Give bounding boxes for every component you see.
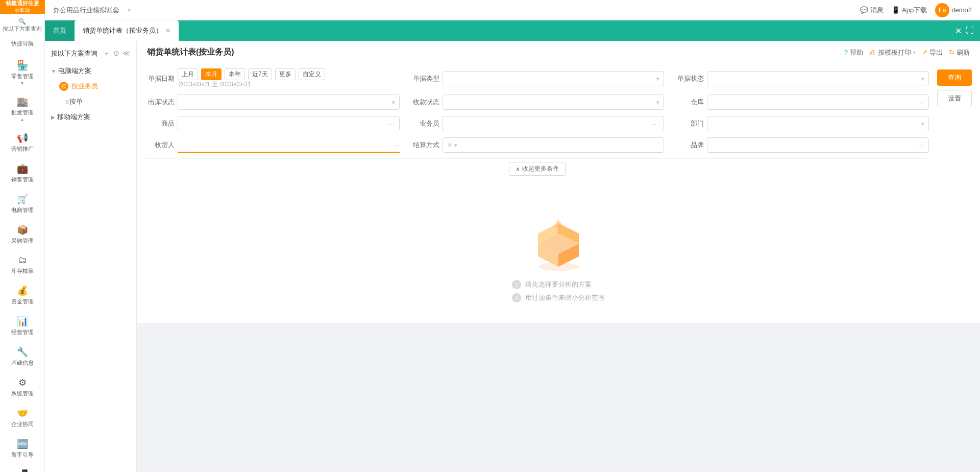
date-btn-this-year[interactable]: 本年 <box>225 68 245 80</box>
operations-icon: 📊 <box>17 316 28 327</box>
doc-type-select[interactable]: ▾ <box>443 71 665 86</box>
sidebar-purchase-label: 采购管理 <box>11 237 34 245</box>
sidebar-item-finance[interactable]: 💰 资金管理 <box>0 280 45 311</box>
sidebar-item-inventory[interactable]: 🗂 库存核算 <box>0 250 45 280</box>
goods-label: 商品 <box>145 119 178 128</box>
print-icon: 🖨 <box>869 49 876 56</box>
sidebar-item-enterprise[interactable]: 🤝 企业协同 <box>0 403 45 433</box>
sidebar-system-label: 系统管理 <box>11 390 34 397</box>
settlement-select[interactable]: ✕ ▾ <box>443 137 665 153</box>
app-logo[interactable]: 畅捷通好生意 标账版 <box>0 0 45 14</box>
receive-status-control: ▾ <box>443 95 665 110</box>
settings-btn[interactable]: 设置 <box>937 90 972 107</box>
sidebar-item-system[interactable]: ⚙ 系统管理 <box>0 372 45 403</box>
date-filter-label: 单据日期 <box>145 74 178 83</box>
tree-group-desktop-header[interactable]: ▼ 电脑端方案 <box>45 63 136 79</box>
receiver-control: ··· <box>178 137 400 153</box>
sidebar-finance-label: 资金管理 <box>11 298 34 305</box>
tab-maximize-icon[interactable]: ⛶ <box>966 26 974 35</box>
goods-control: ··· <box>178 116 400 131</box>
tab-home[interactable]: 首页 <box>45 20 75 41</box>
date-btn-last-month[interactable]: 上月 <box>178 68 198 80</box>
sidebar-item-basic[interactable]: 🔧 基础信息 <box>0 341 45 372</box>
messages-icon: 💬 <box>860 6 868 14</box>
collapse-row: ∧ 收起更多条件 <box>145 158 929 179</box>
empty-tip1-text: 请先选择要分析的方案 <box>525 280 592 289</box>
brand-select[interactable]: ··· <box>707 137 929 153</box>
sidebar-wholesale-label: 批发管理 <box>11 109 34 116</box>
sidebar-item-search[interactable]: 🔍 帮助 按以下方案查询 <box>3 14 42 37</box>
sidebar-item-ecommerce[interactable]: 🛒 电商管理 <box>0 188 45 219</box>
add-scheme-btn[interactable]: ＋ <box>103 49 110 58</box>
sidebar-item-appcenter[interactable]: 📲 应用中心 <box>0 464 45 472</box>
collapse-btn-label: 收起更多条件 <box>522 164 559 173</box>
collapse-btn[interactable]: ∧ 收起更多条件 <box>509 162 566 176</box>
date-filter-control: 上月 本月 本年 近7天 更多 自定义 2023-03-01 至 2023-03… <box>178 68 400 89</box>
help-btn[interactable]: ? 帮助 <box>844 48 863 57</box>
out-status-arrow-icon: ▾ <box>392 99 395 106</box>
sidebar-item-sales[interactable]: 💼 销售管理 <box>0 158 45 188</box>
filter-receiver: 收货人 ··· <box>145 137 400 153</box>
main-area: 办公用品行业模拟账套 ▾ 💬 消息 📱 App下载 Ea demo2 首页 销货… <box>45 0 980 472</box>
sidebar-item-wholesale[interactable]: 🏬 批发管理 ▴ <box>0 91 45 127</box>
settlement-clear-icon[interactable]: ✕ <box>447 141 452 149</box>
sidebar-item-quick[interactable]: 快捷导航 <box>11 37 34 51</box>
sidebar-enterprise-label: 企业协同 <box>11 420 34 428</box>
sidebar-marketing-label: 营销推广 <box>11 145 34 153</box>
warehouse-dots-icon: ··· <box>917 99 924 106</box>
sidebar-item-operations[interactable]: 📊 经营管理 <box>0 311 45 341</box>
date-btn-this-month[interactable]: 本月 <box>201 68 222 80</box>
out-status-select[interactable]: ▾ <box>178 95 400 110</box>
doc-status-select[interactable]: ▾ <box>707 71 929 86</box>
receive-status-select[interactable]: ▾ <box>443 95 665 110</box>
edit-scheme-btn[interactable]: ⊙ <box>113 49 119 58</box>
query-btn[interactable]: 查询 <box>937 69 972 86</box>
date-btn-custom[interactable]: 自定义 <box>299 68 325 80</box>
tree-subitem-by-doc[interactable]: ≡ 按单 <box>45 94 136 109</box>
filter-row-1: 单据日期 上月 本月 本年 近7天 更多 自定义 <box>145 68 929 89</box>
tree-section: ▼ 电脑端方案 按 按业务员 ≡ 按单 ▶ 移动端方案 <box>45 61 136 127</box>
retail-icon: 🏪 <box>17 60 28 71</box>
refresh-label: 刷新 <box>957 48 970 57</box>
date-btn-more[interactable]: 更多 <box>275 68 296 80</box>
receiver-input[interactable]: ··· <box>178 137 400 153</box>
tree-item-by-salesperson[interactable]: 按 按业务员 <box>45 79 136 94</box>
page-header: 销货单统计表(按业务员) ? 帮助 🖨 按模板打印 ▾ ↗ 导出 <box>137 41 980 62</box>
tree-group-desktop: ▼ 电脑端方案 按 按业务员 ≡ 按单 <box>45 63 136 109</box>
sidebar-ecommerce-label: 电商管理 <box>11 206 34 214</box>
tab-close-btn[interactable]: ✕ <box>165 27 170 34</box>
date-btn-7days[interactable]: 近7天 <box>248 68 272 80</box>
sidebar-item-retail[interactable]: 🏪 零售管理 ▾ <box>0 55 45 91</box>
export-label: 导出 <box>929 48 943 57</box>
department-arrow-icon: ▾ <box>921 121 924 127</box>
sidebar-retail-label: 零售管理 <box>11 73 34 80</box>
receive-status-label: 收款状态 <box>410 98 443 107</box>
collapse-left-btn[interactable]: ≪ <box>122 49 130 58</box>
sidebar-sales-label: 销售管理 <box>11 176 34 183</box>
tree-group-mobile-header[interactable]: ▶ 移动端方案 <box>45 109 136 125</box>
export-icon: ↗ <box>922 49 927 56</box>
sidebar-item-marketing[interactable]: 📢 营销推广 <box>0 127 45 158</box>
user-menu[interactable]: Ea demo2 <box>935 3 972 17</box>
department-select[interactable]: ▾ <box>707 116 929 131</box>
export-btn[interactable]: ↗ 导出 <box>922 48 943 57</box>
system-icon: ⚙ <box>18 377 27 388</box>
tab-close-all-icon[interactable]: ✕ <box>955 26 962 36</box>
tree-group-mobile: ▶ 移动端方案 <box>45 109 136 125</box>
tab-report[interactable]: 销货单统计表（按业务员） ✕ <box>75 20 179 41</box>
marketing-icon: 📢 <box>17 132 28 144</box>
app-download-btn[interactable]: 📱 App下载 <box>892 6 927 15</box>
report-tab-label: 销货单统计表（按业务员） <box>83 26 162 35</box>
salesperson-select[interactable]: ··· <box>443 116 665 131</box>
sidebar-item-newuser[interactable]: 🆕 新手引导 <box>0 433 45 464</box>
refresh-btn[interactable]: ↻ 刷新 <box>949 48 970 57</box>
goods-select[interactable]: ··· <box>178 116 400 131</box>
doc-type-label: 单据类型 <box>410 74 443 83</box>
messages-btn[interactable]: 💬 消息 <box>860 6 884 15</box>
warehouse-select[interactable]: ··· <box>707 95 929 110</box>
sidebar-item-purchase[interactable]: 📦 采购管理 <box>0 219 45 250</box>
refresh-icon: ↻ <box>949 49 954 56</box>
print-btn[interactable]: 🖨 按模板打印 ▾ <box>869 48 916 57</box>
page-header-actions: ? 帮助 🖨 按模板打印 ▾ ↗ 导出 ↻ 刷新 <box>844 48 970 57</box>
ecommerce-icon: 🛒 <box>17 194 28 205</box>
